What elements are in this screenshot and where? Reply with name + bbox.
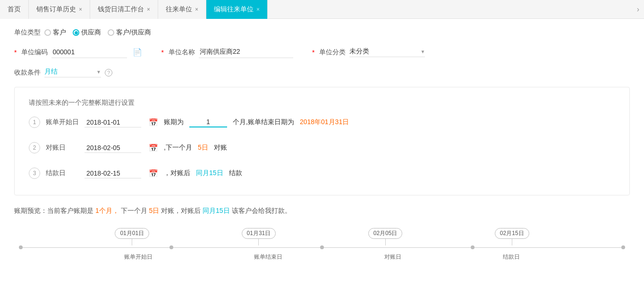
unit-type-row: 单位类型 客户 供应商 客户/供应商 — [14, 28, 630, 37]
timeline-start-dot — [19, 245, 23, 249]
tab-sales-history-label: 销售订单历史 — [36, 5, 76, 14]
payment-terms-value: 月结 — [44, 68, 58, 76]
preview-text: 账期预览：当前客户账期是 1个月， 下一个月 5日 对账，对账后 同月15日 该… — [14, 205, 630, 217]
tab-home[interactable]: 首页 — [0, 0, 29, 19]
radio-supplier-label: 供应商 — [81, 28, 101, 37]
radio-both-circle — [108, 29, 114, 36]
step3-row: 3 结款日 📅 ，对账后 同月15日 结款 — [29, 168, 615, 179]
step1-number: 1 — [29, 117, 40, 128]
step3-date-input[interactable] — [85, 169, 141, 178]
tab-sales-history[interactable]: 销售订单历史 × — [29, 0, 90, 19]
required-star: * — [14, 49, 17, 56]
required-star: * — [161, 49, 163, 56]
chevron-down-icon: ▼ — [96, 69, 101, 75]
timeline-node2-badge: 01月31日 — [242, 228, 276, 239]
timeline: 01月01日 01月31日 02月05日 02月15日 — [14, 228, 630, 261]
copy-icon[interactable]: 📄 — [133, 48, 142, 57]
step2-date-input[interactable] — [85, 143, 141, 153]
step2-number: 2 — [29, 142, 40, 153]
timeline-node-4: 02月15日 — [495, 228, 529, 245]
calendar-icon[interactable]: 📅 — [149, 144, 158, 152]
timeline-dot-3 — [471, 245, 475, 249]
unit-name-item: * 单位名称 — [161, 46, 293, 58]
unit-category-value: 未分类 — [349, 47, 369, 56]
chevron-down-icon: ▼ — [420, 49, 425, 54]
step3-number: 3 — [29, 168, 40, 179]
timeline-label-1: 账单开始日 — [124, 253, 153, 261]
timeline-node3-vline — [385, 239, 386, 245]
close-icon[interactable]: × — [79, 7, 82, 12]
tab-partner[interactable]: 往来单位 × — [158, 0, 206, 19]
timeline-node-1: 01月01日 — [115, 228, 149, 245]
step3-suffix1: ，对账后 — [164, 169, 190, 177]
preview-highlight3: 同月15日 — [203, 207, 230, 214]
tab-edit-partner[interactable]: 编辑往来单位 × — [206, 0, 268, 19]
step1-label: 账单开始日 — [46, 118, 79, 127]
close-icon[interactable]: × — [147, 7, 150, 12]
radio-customer[interactable]: 客户 — [44, 28, 66, 37]
unit-category-item: * 单位分类 未分类 ▼ — [312, 47, 425, 57]
unit-category-select[interactable]: 未分类 ▼ — [349, 47, 425, 57]
step2-suffix2: 对账 — [214, 144, 227, 152]
unit-name-label: 单位名称 — [169, 48, 195, 57]
timeline-node4-badge: 02月15日 — [495, 228, 529, 239]
unit-type-radio-group: 客户 供应商 客户/供应商 — [44, 28, 151, 37]
main-content: 单位类型 客户 供应商 客户/供应商 * 单位编码 — [0, 19, 644, 287]
period-settings-section: 请按照未来的一个完整帐期进行设置 1 账单开始日 📅 账期为 个月,账单结束日期… — [14, 87, 630, 195]
payment-terms-row: 收款条件 月结 ▼ ? — [14, 68, 630, 77]
step2-row: 2 对账日 📅 ,下一个月 5日 对账 — [29, 142, 615, 153]
timeline-dot-1 — [169, 245, 173, 249]
timeline-node2-vline — [258, 239, 259, 245]
timeline-node1-badge: 01月01日 — [115, 228, 149, 239]
payment-terms-select[interactable]: 月结 ▼ — [44, 68, 101, 77]
timeline-segment1 — [23, 247, 169, 248]
timeline-node1-vline — [132, 239, 132, 245]
step2-suffix1: ,下一个月 — [164, 144, 192, 152]
step1-date-input[interactable] — [85, 118, 141, 127]
step3-highlight: 同月15日 — [196, 169, 223, 177]
help-icon[interactable]: ? — [105, 69, 112, 76]
unit-code-input[interactable] — [51, 46, 127, 58]
step3-label: 结款日 — [46, 169, 79, 177]
unit-code-label: 单位编码 — [21, 48, 48, 57]
step1-period-input[interactable] — [189, 117, 227, 127]
timeline-dot-2 — [320, 245, 324, 249]
radio-both[interactable]: 客户/供应商 — [108, 28, 151, 37]
close-icon[interactable]: × — [195, 7, 198, 12]
section-hint: 请按照未来的一个完整帐期进行设置 — [29, 99, 615, 107]
tab-partner-label: 往来单位 — [166, 5, 192, 14]
step1-period-label: 账期为 — [164, 118, 184, 127]
timeline-segment4 — [475, 247, 621, 248]
radio-customer-label: 客户 — [53, 28, 66, 37]
tab-cashbook[interactable]: 钱货日清工作台 × — [90, 0, 158, 19]
calendar-icon[interactable]: 📅 — [149, 169, 158, 178]
radio-supplier-circle — [73, 29, 79, 36]
tab-edit-partner-label: 编辑往来单位 — [214, 5, 254, 14]
preview-middle1: 下一个月 — [121, 207, 147, 214]
calendar-icon[interactable]: 📅 — [149, 118, 158, 127]
tab-more-button[interactable]: › — [632, 5, 644, 14]
preview-highlight1: 1个月， — [95, 207, 119, 214]
timeline-segment2 — [173, 247, 320, 248]
required-star: * — [312, 49, 314, 56]
timeline-labels-row: 账单开始日 账单结束日 对账日 结款日 — [19, 253, 625, 261]
step1-period-unit: 个月,账单结束日期为 — [233, 118, 294, 127]
unit-name-input[interactable] — [199, 46, 293, 58]
unit-type-label: 单位类型 — [14, 28, 41, 37]
radio-supplier[interactable]: 供应商 — [73, 28, 101, 37]
step1-row: 1 账单开始日 📅 账期为 个月,账单结束日期为 2018年01月31日 — [29, 117, 615, 128]
payment-terms-item: 收款条件 月结 ▼ ? — [14, 68, 112, 77]
timeline-node3-badge: 02月05日 — [368, 228, 403, 239]
close-icon[interactable]: × — [256, 7, 260, 12]
preview-highlight2: 5日 — [149, 207, 159, 214]
unit-type-item: 单位类型 客户 供应商 客户/供应商 — [14, 28, 151, 37]
unit-info-row: * 单位编码 📄 * 单位名称 * 单位分类 未分类 ▼ — [14, 46, 630, 58]
timeline-node-3: 02月05日 — [368, 228, 403, 245]
payment-terms-label: 收款条件 — [14, 68, 41, 77]
radio-customer-circle — [44, 29, 51, 36]
unit-code-item: * 单位编码 📄 — [14, 46, 142, 58]
timeline-line-row — [19, 245, 625, 249]
tab-cashbook-label: 钱货日清工作台 — [98, 5, 144, 14]
radio-both-label: 客户/供应商 — [116, 28, 151, 37]
timeline-end-dot — [621, 245, 625, 249]
